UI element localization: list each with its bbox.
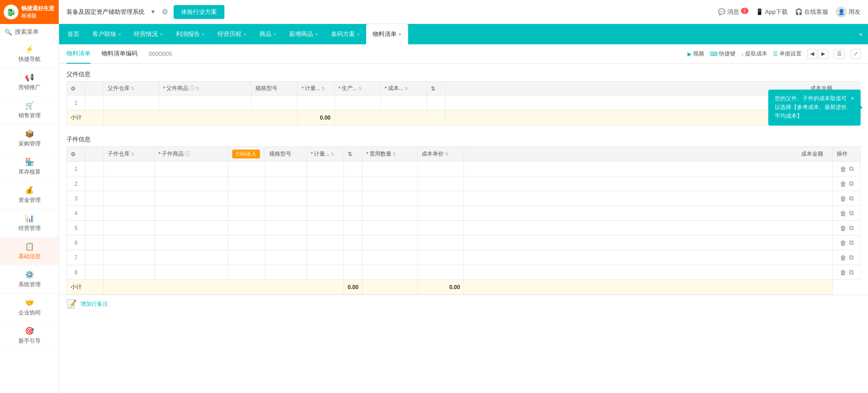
child-unit-input[interactable] xyxy=(307,265,344,279)
child-warehouse-input[interactable] xyxy=(104,236,154,250)
child-qty-cell[interactable] xyxy=(362,191,418,206)
child-product-input[interactable] xyxy=(155,206,228,220)
child-unit-cell[interactable] xyxy=(307,191,344,206)
child-spec-cell[interactable] xyxy=(265,221,307,236)
delete-row-icon[interactable]: 🗑 xyxy=(840,180,846,187)
child-spec-input[interactable] xyxy=(265,206,307,220)
child-unit-cost-input[interactable] xyxy=(418,206,464,220)
user-action[interactable]: 👤 用友 xyxy=(836,6,861,18)
child-unit-cell[interactable] xyxy=(307,265,344,280)
sidebar-item-operation[interactable]: 📊 经营管理 xyxy=(0,209,59,237)
child-qty-input[interactable] xyxy=(362,191,417,206)
child-unit-cell[interactable] xyxy=(307,250,344,265)
child-unit-cost-cell[interactable] xyxy=(418,176,464,191)
shortcut-btn[interactable]: ⌨ 快捷键 xyxy=(710,50,735,58)
sidebar-item-quick-nav[interactable]: ⚡ 快捷导航 xyxy=(0,40,59,68)
child-unit-cost-cell[interactable] xyxy=(418,221,464,236)
child-product-cell[interactable] xyxy=(155,176,229,191)
close-bom-tab-icon[interactable]: × xyxy=(398,31,401,37)
child-warehouse-cell[interactable] xyxy=(104,250,155,265)
child-product-input[interactable] xyxy=(155,191,228,206)
parent-gear-col-header[interactable]: ⚙ xyxy=(67,82,85,96)
child-qty-input[interactable] xyxy=(362,221,417,235)
child-warehouse-cell[interactable] xyxy=(104,221,155,236)
close-products-tab-icon[interactable]: × xyxy=(273,31,276,37)
delete-row-icon[interactable]: 🗑 xyxy=(840,165,846,173)
sidebar-item-enterprise[interactable]: 🤝 企业协同 xyxy=(0,294,59,322)
child-unit-cost-cell[interactable] xyxy=(418,250,464,265)
child-spec-cell[interactable] xyxy=(265,176,307,191)
child-unit-cost-cell[interactable] xyxy=(418,265,464,280)
child-unit-cell[interactable] xyxy=(307,162,344,176)
child-unit-input[interactable] xyxy=(307,191,344,206)
child-unit-cost-input[interactable] xyxy=(418,250,464,265)
child-spec-input[interactable] xyxy=(265,236,307,250)
parent-spec-input[interactable] xyxy=(252,96,297,110)
child-spec-cell[interactable] xyxy=(265,206,307,221)
delete-row-icon[interactable]: 🗑 xyxy=(840,269,846,276)
copy-row-icon[interactable]: ⧉ xyxy=(849,209,854,217)
child-spec-cell[interactable] xyxy=(265,191,307,206)
child-product-input[interactable] xyxy=(155,162,228,176)
close-all-tabs-icon[interactable]: × xyxy=(855,31,866,38)
sidebar-item-marketing[interactable]: 📢 营销推广 xyxy=(0,68,59,97)
copy-row-icon[interactable]: ⧉ xyxy=(849,239,854,247)
sidebar-item-basic-info[interactable]: 📋 基础信息 xyxy=(0,237,59,266)
child-unit-cost-input[interactable] xyxy=(418,162,464,176)
gear-icon[interactable]: ⚙ xyxy=(162,7,168,16)
sidebar-item-guide[interactable]: 🎯 新手引导 xyxy=(0,322,59,350)
child-spec-input[interactable] xyxy=(265,250,307,265)
child-unit-input[interactable] xyxy=(307,162,344,176)
message-action[interactable]: 💬 消息 6 xyxy=(718,8,748,16)
sidebar-item-purchase[interactable]: 📦 采购管理 xyxy=(0,125,59,153)
parent-production-cell[interactable] xyxy=(335,96,381,110)
view-video-btn[interactable]: ▶ 视频 xyxy=(687,50,704,58)
parent-warehouse-cell[interactable] xyxy=(104,96,159,110)
parent-spec-cell[interactable] xyxy=(252,96,298,110)
parent-product-input[interactable] xyxy=(159,96,251,110)
child-warehouse-input[interactable] xyxy=(104,162,154,176)
delete-row-icon[interactable]: 🗑 xyxy=(840,210,846,217)
sub-tab-bom-list[interactable]: 物料清单 xyxy=(66,44,90,64)
copy-row-icon[interactable]: ⧉ xyxy=(849,268,854,276)
parent-production-input[interactable] xyxy=(335,96,380,110)
sort-icon-child-unit-cost[interactable]: ⇅ xyxy=(445,151,448,157)
app-download-action[interactable]: 📱 App下载 xyxy=(756,8,788,16)
child-warehouse-cell[interactable] xyxy=(104,236,155,250)
close-profit-report-tab-icon[interactable]: × xyxy=(202,31,205,37)
tab-profit-report[interactable]: 利润报告 × xyxy=(169,24,211,44)
child-qty-cell[interactable] xyxy=(362,236,418,250)
sub-tab-bom-code[interactable]: 物料清单编码 xyxy=(102,44,138,64)
child-product-cell[interactable] xyxy=(155,236,229,250)
parent-cost-input[interactable] xyxy=(381,96,427,110)
child-product-cell[interactable] xyxy=(155,221,229,236)
delete-row-icon[interactable]: 🗑 xyxy=(840,224,846,232)
child-qty-input[interactable] xyxy=(362,176,417,191)
child-unit-cost-input[interactable] xyxy=(418,221,464,235)
child-qty-cell[interactable] xyxy=(362,176,418,191)
sort-icon-child-qty[interactable]: ⇅ xyxy=(392,151,396,157)
child-warehouse-input[interactable] xyxy=(104,221,154,235)
child-unit-cell[interactable] xyxy=(307,236,344,250)
child-spec-input[interactable] xyxy=(265,162,307,176)
copy-row-icon[interactable]: ⧉ xyxy=(849,254,854,261)
close-customer-tab-icon[interactable]: × xyxy=(118,31,121,37)
copy-row-icon[interactable]: ⧉ xyxy=(849,180,854,187)
child-spec-input[interactable] xyxy=(265,221,307,235)
add-row-icon[interactable]: 📝 xyxy=(66,299,77,309)
add-row-label[interactable]: 增加行备注 xyxy=(80,300,108,308)
expand-btn[interactable]: ⤢ xyxy=(850,49,861,59)
child-unit-input[interactable] xyxy=(307,221,344,235)
child-scan-col-header[interactable]: 扫码录入 xyxy=(229,147,265,162)
delete-row-icon[interactable]: 🗑 xyxy=(840,254,846,261)
child-product-cell[interactable] xyxy=(155,250,229,265)
dropdown-arrow-icon[interactable]: ▼ xyxy=(150,8,156,15)
tab-add-product[interactable]: 新增商品 × xyxy=(283,24,324,44)
child-warehouse-input[interactable] xyxy=(104,265,154,279)
extract-cost-btn[interactable]: ↓ 提取成本 xyxy=(741,50,767,58)
child-warehouse-cell[interactable] xyxy=(104,176,155,191)
tab-home[interactable]: 首页 xyxy=(61,24,86,44)
close-operation-history-tab-icon[interactable]: × xyxy=(243,31,246,37)
child-qty-input[interactable] xyxy=(362,206,417,220)
child-product-input[interactable] xyxy=(155,265,228,279)
